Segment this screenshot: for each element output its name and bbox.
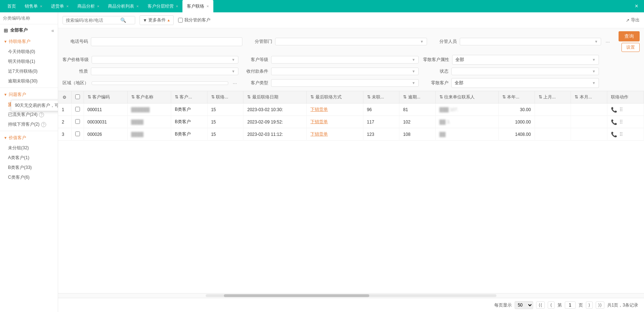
table-row: 3 000026 ████ B类客户 15 2023-02-03 11:12: … (58, 128, 644, 141)
manager-dots[interactable]: ··· (604, 39, 611, 45)
unit-contact-th[interactable]: ⇅ 往来单位联系人 (436, 91, 499, 104)
tab-sales[interactable]: 销售单 × (20, 0, 47, 12)
query-btn[interactable]: 查询 (619, 31, 640, 41)
manager-select[interactable]: ▼ (460, 38, 601, 45)
window-close-btn[interactable]: × (632, 3, 641, 9)
retail-attr-select[interactable]: 全部 ▼ (452, 55, 599, 65)
sidebar-group-problem[interactable]: ▼ 问题客户 (0, 89, 58, 100)
customer-level-select[interactable]: ▼ (271, 56, 419, 64)
last-method-th[interactable]: ⇅ 最后联络方式 (307, 91, 363, 104)
tab-home[interactable]: 首页 (3, 0, 20, 12)
declining-help-icon[interactable]: ? (41, 122, 46, 127)
row-last-method-3[interactable]: 下销货单 (307, 128, 363, 141)
page-number-input[interactable] (565, 301, 576, 309)
overdue-th[interactable]: ⇅ 逾期... (399, 91, 436, 104)
not-contacted-th[interactable]: ⇅ 未联... (363, 91, 399, 104)
retail-customer-select[interactable]: 全部 ▼ (451, 78, 599, 88)
region-select[interactable] (92, 81, 228, 85)
row-last-method-1[interactable]: 下销货单 (307, 104, 363, 116)
sidebar-item-ungroupe[interactable]: 未分组(32) (0, 143, 58, 153)
sidebar-search-input[interactable] (3, 16, 57, 21)
sidebar-group-value[interactable]: ▼ 价值客户 (0, 133, 58, 143)
contact-action-icon-3[interactable]: 📞 (611, 131, 617, 137)
sidebar-item-churned[interactable]: 已流失客户(24) ? (0, 110, 58, 119)
dept-label: 分管部门 (247, 39, 272, 45)
prev-page-btn[interactable]: ⟨ (548, 301, 555, 309)
checkbox-th[interactable] (71, 91, 84, 104)
sidebar-item-class-c[interactable]: C类客户(6) (0, 173, 58, 182)
close-sales-tab[interactable]: × (40, 4, 42, 8)
first-page-btn[interactable]: ⟨⟨ (536, 301, 545, 309)
sidebar-collapse-btn[interactable]: « (51, 28, 54, 33)
row-checkbox-1[interactable] (75, 107, 80, 112)
my-customers-checkbox[interactable] (178, 18, 183, 23)
this-month-th[interactable]: ⇅ 本月... (571, 91, 607, 104)
close-analysis-tab[interactable]: × (97, 4, 99, 8)
row-last-method-2[interactable]: 下销货单 (307, 116, 363, 128)
my-customers-checkbox-container[interactable]: 我分管的客户 (178, 17, 210, 23)
sidebar-item-class-a[interactable]: A类客户(1) (0, 153, 58, 163)
price-level-select[interactable]: ▼ (92, 56, 238, 64)
sidebar-item-class-b[interactable]: B类客户(33) (0, 163, 58, 173)
sidebar-item-overdue-pending[interactable]: 逾期未联络(30) (0, 76, 58, 86)
phone-input[interactable] (91, 37, 242, 46)
close-customer-contact-tab[interactable]: × (206, 4, 209, 8)
settings-btn[interactable]: 设置 (621, 43, 640, 52)
tab-purchase[interactable]: 进货单 × (47, 0, 73, 12)
payment-select[interactable]: ▼ (271, 68, 419, 75)
row-checkbox-2[interactable] (75, 119, 80, 124)
row-action-3: 📞 ⠿ (607, 128, 644, 141)
row-last-month-3 (535, 128, 571, 141)
sidebar-item-declining[interactable]: 持续下滑客户(2) ? (0, 119, 58, 129)
type-th[interactable]: ⇅ 客户... (171, 91, 207, 104)
export-btn[interactable]: ↗ 导出 (626, 17, 640, 23)
filter-search-icon[interactable]: 🔍 (120, 17, 126, 23)
horizontal-scrollbar[interactable] (58, 293, 644, 298)
row-unit-contact-1: ███ 107. (436, 104, 499, 116)
settings-gear-th[interactable]: ⚙ (58, 91, 71, 104)
advanced-filter: 电话号码 分管部门 ▼ 分管人员 ▼ ··· (58, 28, 644, 91)
row-checkbox-3[interactable] (75, 131, 80, 136)
churned-help-icon[interactable]: ? (39, 112, 44, 117)
last-date-th[interactable]: ⇅ 最后联络日期 (243, 91, 307, 104)
last-month-th[interactable]: ⇅ 上月... (535, 91, 571, 104)
sidebar-item-tomorrow-pending[interactable]: 明天待联络(1) (0, 57, 58, 66)
sidebar-item-today-pending[interactable]: 今天待联络(0) (0, 47, 58, 57)
contact-action-icon-2[interactable]: 📞 (611, 119, 617, 125)
select-all-checkbox[interactable] (75, 94, 80, 99)
row-action-1: 📞 ⠿ (607, 104, 644, 116)
row-check-3[interactable] (71, 128, 84, 141)
per-page-select[interactable]: 50 100 (515, 301, 533, 309)
row-check-2[interactable] (71, 116, 84, 128)
status-select[interactable]: ▼ (451, 68, 599, 75)
this-year-th[interactable]: ⇅ 本年... (498, 91, 535, 104)
contact-action-icon-1[interactable]: 📞 (611, 107, 617, 113)
sidebar-all-customers[interactable]: ⊞ 全部客户 « (0, 24, 58, 36)
contact-th[interactable]: ⇅ 联络... (207, 91, 243, 104)
row-check-1[interactable] (71, 104, 84, 116)
close-customer-tier-tab[interactable]: × (176, 4, 178, 8)
name-th[interactable]: ⇅ 客户名称 (127, 91, 171, 104)
gender-select[interactable]: ▼ (91, 68, 238, 75)
tab-analysis-list[interactable]: 商品分析列表 × (104, 0, 143, 12)
status-label: 状态 (423, 68, 448, 74)
more-action-icon-2[interactable]: ⠿ (619, 119, 623, 125)
scrollbar-thumb[interactable] (224, 294, 369, 297)
tab-customer-tier[interactable]: 客户分层经营 × (143, 0, 182, 12)
more-action-icon-1[interactable]: ⠿ (619, 107, 623, 113)
more-conditions-btn[interactable]: ▼ 更多条件 ▲ (140, 15, 174, 25)
close-analysis-list-tab[interactable]: × (136, 4, 138, 8)
filter-search-input[interactable] (66, 18, 120, 23)
sidebar-item-7days-pending[interactable]: 近7天待联络(0) (0, 66, 58, 76)
code-th[interactable]: ⇅ 客户编码 (84, 91, 127, 104)
tab-analysis[interactable]: 商品分析 × (73, 0, 104, 12)
close-purchase-tab[interactable]: × (66, 4, 68, 8)
tab-customer-contact[interactable]: 客户联络 × (182, 0, 213, 12)
more-action-icon-3[interactable]: ⠿ (619, 131, 623, 137)
customer-type-select[interactable]: ▼ (271, 79, 419, 87)
dept-select[interactable]: ▼ (275, 38, 427, 45)
region-dots[interactable]: ··· (231, 80, 238, 86)
last-page-btn[interactable]: ⟩⟩ (596, 301, 604, 309)
sidebar-group-pending[interactable]: ▼ 待联络客户 (0, 36, 58, 47)
next-page-btn[interactable]: ⟩ (586, 301, 593, 309)
